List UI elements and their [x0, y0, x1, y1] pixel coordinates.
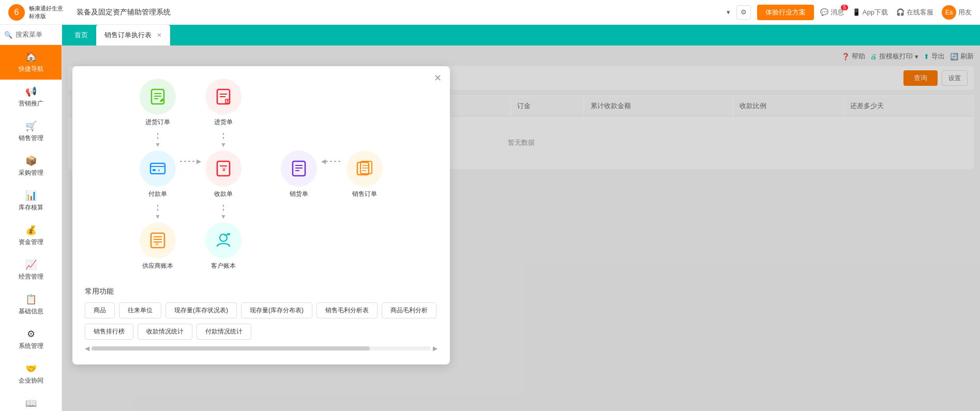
sidebar-item-inventory[interactable]: 📊 库存核算 [0, 184, 62, 218]
page-content: ❓ 帮助 🖨 按模板打印 ▾ ⬆ 导出 🔄 刷新 [62, 45, 980, 411]
service-icon: 🎧 [896, 8, 904, 16]
sidebar-item-finance[interactable]: 💰 资金管理 [0, 218, 62, 253]
common-functions-grid-2: 销售排行榜 收款情况统计 付款情况统计 [85, 324, 438, 340]
message-badge: 5 [841, 5, 848, 10]
purchase-bill-circle [205, 79, 242, 115]
flow-label-purchase-order: 进货订单 [145, 118, 170, 127]
sidebar: 🔍 搜索菜单 🏠 快捷导航 📢 营销推广 🛒 销售管理 📦 采购管理 📊 [0, 25, 62, 411]
flow-node-purchase-order[interactable]: 进货订单 [140, 79, 176, 127]
sidebar-item-purchase[interactable]: 📦 采购管理 [0, 149, 62, 184]
func-btn-sales-rank[interactable]: 销售排行榜 [85, 324, 133, 340]
sidebar-item-marketing[interactable]: 📢 营销推广 [0, 80, 62, 114]
sidebar-item-enterprise[interactable]: 🤝 企业协同 [0, 357, 62, 391]
logo-text: 畅康通好生意 标准版 [29, 5, 63, 20]
online-service-button[interactable]: 🎧 在线客服 [896, 8, 933, 17]
flow-label-sales-bill: 销货单 [290, 190, 308, 199]
sidebar-item-system[interactable]: ⚙ 系统管理 [0, 322, 62, 357]
system-title: 装备及固定资产辅助管理系统 [77, 8, 720, 17]
sales-order-circle [346, 150, 383, 187]
inventory-icon: 📊 [25, 190, 37, 201]
flow-label-sales-order: 销售订单 [352, 190, 377, 199]
logo-icon: 6 [8, 4, 25, 21]
func-btn-partner[interactable]: 往来单位 [119, 302, 161, 318]
func-btn-receipt-stats[interactable]: 收款情况统计 [138, 324, 192, 340]
flow-label-supplier-account: 供应商账本 [142, 262, 173, 270]
flow-node-supplier-account[interactable]: 册 供应商账本 [140, 222, 176, 270]
func-btn-stock-status[interactable]: 现存量(库存状况表) [165, 302, 237, 318]
receipt-circle: ¥ [205, 150, 242, 187]
sidebar-item-newbie[interactable]: 📖 新手引导 [0, 391, 62, 411]
sidebar-item-base-info[interactable]: 📋 基础信息 [0, 287, 62, 322]
content-area: 首页 销售订单执行表 ✕ ❓ 帮助 🖨 按模板打印 [62, 25, 980, 411]
settings-button[interactable]: ⚙ [736, 5, 751, 20]
flow-node-payment[interactable]: ¥ 付款单 [140, 150, 176, 199]
avatar-char: Ea [945, 9, 953, 16]
customer-circle [205, 222, 242, 258]
dropdown-arrow-icon[interactable]: ▾ [727, 8, 730, 16]
gear-icon: ⚙ [741, 8, 747, 16]
modal-box: ✕ 进货订单 [72, 66, 450, 364]
message-icon: 💬 [820, 8, 828, 16]
flow-label-payment: 付款单 [148, 190, 167, 199]
sales-bill-circle [281, 150, 317, 187]
func-btn-stock-dist[interactable]: 现存量(库存分布表) [241, 302, 312, 318]
modal-close-button[interactable]: ✕ [434, 72, 442, 84]
func-btn-goods[interactable]: 商品 [85, 302, 115, 318]
message-button[interactable]: 💬 消息 5 [820, 8, 844, 17]
purchase-order-circle [140, 79, 176, 115]
tab-close-icon[interactable]: ✕ [157, 32, 162, 39]
search-icon: 🔍 [4, 31, 12, 39]
flow-label-purchase-bill: 进货单 [214, 118, 233, 127]
enterprise-icon: 🤝 [25, 363, 37, 374]
flow-node-sales-order[interactable]: 销售订单 [346, 150, 383, 199]
sidebar-item-quick-nav[interactable]: 🏠 快捷导航 [0, 45, 62, 80]
tab-sales-order[interactable]: 销售订单执行表 ✕ [96, 25, 170, 45]
func-btn-goods-profit[interactable]: 商品毛利分析 [382, 302, 436, 318]
tab-home[interactable]: 首页 [66, 25, 96, 45]
flow-node-receipt[interactable]: ¥ 收款单 [205, 150, 242, 199]
operations-icon: 📈 [25, 259, 37, 270]
base-info-icon: 📋 [25, 294, 37, 305]
header-right-area: 💬 消息 5 📱 App下载 🎧 在线客服 Ea 用友 [820, 5, 972, 20]
sidebar-item-sales[interactable]: 🛒 销售管理 [0, 114, 62, 149]
svg-rect-26 [357, 162, 369, 175]
avatar: Ea [942, 5, 956, 20]
func-btn-sales-profit[interactable]: 销售毛利分析表 [316, 302, 378, 318]
home-icon: 🏠 [25, 51, 37, 63]
svg-rect-6 [153, 169, 156, 171]
flow-node-sales-bill[interactable]: 销货单 [281, 150, 317, 199]
scroll-left-icon[interactable]: ◀ [85, 345, 89, 352]
system-icon: ⚙ [27, 328, 35, 340]
download-icon: 📱 [852, 8, 861, 16]
scroll-right-icon[interactable]: ▶ [433, 345, 438, 352]
app-download-button[interactable]: 📱 App下载 [852, 8, 888, 17]
func-btn-payment-stats[interactable]: 付款情况统计 [197, 324, 251, 340]
sidebar-item-operations[interactable]: 📈 经营管理 [0, 253, 62, 287]
tab-bar: 首页 销售订单执行表 ✕ [62, 25, 980, 45]
try-plan-button[interactable]: 体验行业方案 [757, 5, 814, 20]
svg-text:¥: ¥ [157, 168, 160, 173]
purchase-icon: 📦 [25, 155, 37, 166]
user-menu-button[interactable]: Ea 用友 [942, 5, 972, 20]
flow-label-customer-account: 客户账本 [211, 262, 236, 270]
payment-circle: ¥ [140, 150, 176, 187]
flow-node-customer-account[interactable]: 客户账本 [205, 222, 242, 270]
newbie-icon: 📖 [25, 398, 37, 409]
modal-overlay: ✕ 进货订单 [62, 45, 980, 411]
supplier-circle: 册 [140, 222, 176, 258]
flow-node-purchase-bill[interactable]: 进货单 [205, 79, 242, 127]
flow-label-receipt: 收款单 [214, 190, 233, 199]
sales-icon: 🛒 [25, 120, 37, 132]
search-menu-button[interactable]: 🔍 搜索菜单 [0, 25, 62, 45]
svg-rect-21 [227, 233, 230, 235]
finance-icon: 💰 [25, 224, 37, 236]
marketing-icon: 📢 [25, 86, 37, 97]
common-functions-grid: 商品 往来单位 现存量(库存状况表) 现存量(库存分布表) 销售毛利分析表 商品… [85, 302, 438, 318]
svg-text:册: 册 [155, 242, 159, 246]
logo-area: 6 畅康通好生意 标准版 [8, 4, 70, 21]
svg-rect-27 [360, 161, 372, 174]
common-functions-title: 常用功能 [85, 287, 438, 296]
svg-text:¥: ¥ [222, 166, 226, 173]
